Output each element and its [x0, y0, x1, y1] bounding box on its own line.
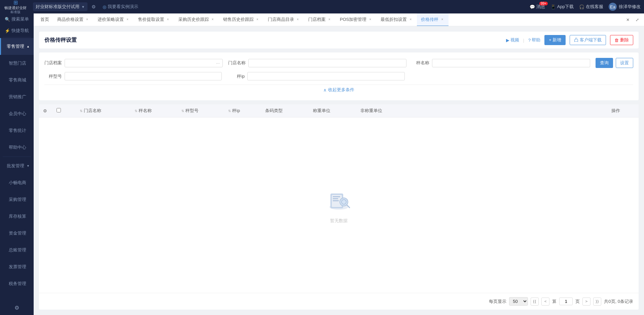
tab-close-icon[interactable]: ×	[166, 17, 170, 22]
sidebar-item-retail-stats[interactable]: 零售统计	[0, 122, 34, 139]
app-download-btn[interactable]: 📱 App下载	[550, 4, 574, 10]
filter-empty-3	[410, 72, 587, 80]
next-page-btn[interactable]: ＞	[582, 298, 591, 306]
messages-btn[interactable]: 💬 消息 99+	[530, 4, 545, 10]
tab-bar-actions: ✕ ⤢	[624, 16, 641, 24]
messages-badge: 99+	[539, 2, 548, 5]
store-archive-label: 门店档案	[44, 60, 62, 66]
sidebar-item-label: 税务管理	[9, 281, 26, 287]
tab-sale-history[interactable]: 销售历史价跟踪 ×	[219, 13, 264, 26]
collapse-btn[interactable]: ∧ 收起更多条件	[44, 84, 633, 95]
sidebar-item-stock-settle[interactable]: 库存核算	[0, 208, 34, 225]
tab-product-pricing[interactable]: 商品价格设置 ×	[53, 13, 94, 26]
delete-label: 删除	[620, 37, 629, 43]
sidebar-item-fund-mgmt[interactable]: 资金管理	[0, 225, 34, 242]
user-profile-btn[interactable]: Ea 徐泽华修改	[609, 3, 641, 11]
select-all-checkbox[interactable]	[57, 108, 61, 112]
store-name-input[interactable]	[248, 59, 406, 67]
tab-close-icon[interactable]: ×	[255, 17, 260, 22]
tab-close-icon[interactable]: ×	[125, 17, 130, 22]
sidebar-item-label: 会员中心	[9, 111, 26, 117]
tab-sale-extract[interactable]: 售价提取设置 ×	[134, 13, 174, 26]
online-service-btn[interactable]: 🎧 在线客服	[579, 4, 603, 10]
ellipsis-icon[interactable]: ···	[216, 61, 220, 66]
sidebar-item-purchase-mgmt[interactable]: 采购管理	[0, 191, 34, 208]
chevron-up-icon: ∧	[323, 88, 327, 93]
add-button[interactable]: + 新增	[544, 35, 566, 45]
sidebar-item-help-center[interactable]: 帮助中心	[0, 139, 34, 156]
sidebar-item-smart-store[interactable]: 智慧门店	[0, 55, 34, 72]
delete-button[interactable]: 🗑 删除	[610, 35, 633, 45]
col-scale-ip: 秤ip	[232, 108, 240, 113]
tab-pos-mgmt[interactable]: POS加密管理 ×	[336, 13, 377, 26]
help-link[interactable]: ? 帮助	[528, 37, 540, 43]
tab-close-icon[interactable]: ×	[295, 17, 300, 22]
sidebar-divider	[3, 37, 31, 37]
sidebar-item-member-center[interactable]: 会员中心	[0, 105, 34, 122]
sidebar-gear-btn[interactable]: ⚙	[0, 301, 34, 315]
tab-close-icon[interactable]: ×	[327, 17, 332, 22]
per-page-select[interactable]: 20 50 100	[509, 297, 528, 306]
prev-page-btn[interactable]: ＜	[541, 298, 549, 306]
tab-close-icon[interactable]: ×	[408, 17, 413, 22]
page-input[interactable]: 1	[559, 298, 573, 305]
tab-store-archive[interactable]: 门店档案 ×	[304, 13, 336, 26]
tab-close-icon[interactable]: ×	[210, 17, 215, 22]
col-non-weight-unit: 非称重单位	[360, 108, 382, 113]
settings-gear-icon[interactable]: ⚙	[90, 3, 97, 11]
quick-nav-btn[interactable]: ⚡ 快捷导航	[0, 25, 34, 36]
sidebar-item-label: 采购管理	[9, 197, 26, 203]
sidebar-item-wholesale-mgmt[interactable]: 批发管理 ▼	[0, 158, 34, 174]
tab-home[interactable]: 首页	[36, 13, 53, 26]
sidebar-item-retail-mall[interactable]: 零售商城	[0, 72, 34, 89]
download-button[interactable]: 凸 客户端下载	[570, 35, 606, 45]
sidebar-item-tax-mgmt[interactable]: 税务管理	[0, 275, 34, 292]
query-button[interactable]: 查询	[596, 58, 613, 68]
expand-tab-btn[interactable]: ⤢	[633, 16, 641, 24]
collapse-label: 收起更多条件	[328, 87, 354, 93]
tab-purchase-strategy[interactable]: 进价策略设置 ×	[94, 13, 134, 26]
store-archive-input[interactable]	[68, 61, 216, 66]
scale-ip-input[interactable]	[247, 72, 404, 80]
last-page-btn[interactable]: ⟩⟩	[593, 298, 601, 306]
sort-icon[interactable]: ⇅	[135, 109, 137, 113]
th-non-weight-unit: 非称重单位	[356, 104, 607, 117]
tab-purchase-history[interactable]: 采购历史价跟踪 ×	[174, 13, 219, 26]
video-link[interactable]: ▶ 视频	[506, 37, 519, 43]
tab-close-icon[interactable]: ×	[368, 17, 372, 22]
settings-button[interactable]: 设置	[616, 58, 633, 68]
close-tab-btn[interactable]: ✕	[624, 16, 632, 24]
sidebar-item-general-ledger[interactable]: 总账管理	[0, 242, 34, 258]
sidebar-item-label: 零售商城	[9, 77, 26, 83]
scale-name-label: 秤名称	[412, 60, 429, 66]
pagination: 每页显示 20 50 100 ⟨⟨ ＜ 算 1 页 ＞ ⟩⟩ 共0页, 0条记录	[39, 293, 639, 310]
table-gear-icon[interactable]: ⚙	[43, 108, 47, 113]
sidebar-item-retail-mgmt[interactable]: 零售管理 ▲	[0, 38, 34, 55]
demo-link[interactable]: ◎ 我要看实例演示	[103, 4, 138, 10]
empty-state-icon	[325, 187, 352, 214]
search-menu-btn[interactable]: 🔍 搜索菜单	[0, 13, 34, 25]
tab-close-icon[interactable]: ×	[440, 17, 444, 22]
sort-icon[interactable]: ⇅	[228, 109, 231, 113]
sidebar-item-label: 小畅电商	[9, 180, 26, 186]
sidebar-item-marketing[interactable]: 营销推广	[0, 89, 34, 105]
product-selector[interactable]: 好业财标准版交付试用 ▼	[33, 2, 87, 11]
tab-min-discount[interactable]: 最低折扣设置 ×	[377, 13, 417, 26]
sort-icon[interactable]: ⇅	[181, 109, 184, 113]
chevron-down-icon: ▼	[27, 164, 30, 168]
store-archive-input-wrapper[interactable]: ···	[65, 59, 223, 67]
sort-icon[interactable]: ⇅	[80, 109, 82, 113]
sidebar-item-xiao-chang[interactable]: 小畅电商	[0, 174, 34, 191]
first-page-btn[interactable]: ⟨⟨	[531, 298, 539, 306]
tab-close-icon[interactable]: ×	[85, 17, 90, 22]
svg-rect-4	[333, 198, 338, 199]
tab-label: 采购历史价跟踪	[178, 16, 209, 23]
tab-price-scale[interactable]: 价格传秤 ×	[417, 13, 449, 26]
tab-store-catalog[interactable]: 门店商品目录 ×	[264, 13, 304, 26]
selected-product-label: 好业财标准版交付试用	[36, 4, 79, 10]
scale-name-input[interactable]	[432, 59, 590, 67]
scale-model-input[interactable]	[65, 72, 222, 80]
sidebar-item-invoice-mgmt[interactable]: 发票管理	[0, 258, 34, 275]
col-scale-model: 秤型号	[185, 108, 199, 113]
header-divider: |	[523, 38, 524, 43]
